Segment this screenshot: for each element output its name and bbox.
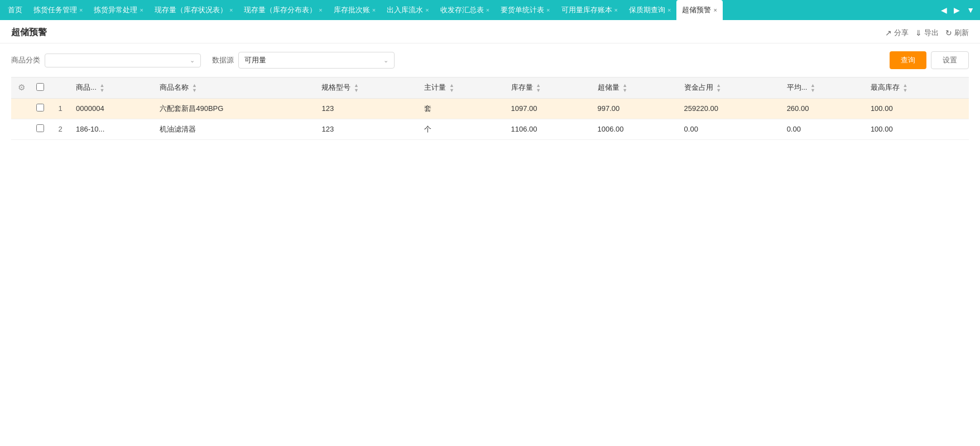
nav-item-overstock[interactable]: 超储预警 × <box>676 0 722 20</box>
row-max: 100.00 <box>866 98 969 119</box>
row-stock: 1106.00 <box>507 119 593 139</box>
select-all-checkbox[interactable] <box>36 83 44 91</box>
row-settings-cell <box>11 119 31 139</box>
row-unit: 个 <box>420 119 506 139</box>
close-icon[interactable]: × <box>319 7 322 13</box>
table-header-row: ⚙ 商品... ▲▼ 商品名称 ▲▼ 规格型号 ▲▼ <box>11 77 969 99</box>
close-icon[interactable]: × <box>614 7 618 13</box>
row-name: 六配套新昌490BPG <box>155 98 317 119</box>
export-button[interactable]: ⇓ 导出 <box>915 28 939 38</box>
nav-item-stock-dist[interactable]: 现存量（库存分布表） × <box>238 0 328 20</box>
row-settings-cell <box>11 98 31 119</box>
refresh-icon: ↻ <box>945 28 952 37</box>
row-avg: 260.00 <box>782 98 866 119</box>
chevron-down-icon: ⌄ <box>383 57 388 64</box>
nav-item-home[interactable]: 首页 <box>2 0 28 20</box>
sort-icon: ▲▼ <box>810 83 815 93</box>
share-button[interactable]: ↗ 分享 <box>885 28 909 38</box>
commodity-category-label: 商品分类 <box>11 55 40 65</box>
row-code: 186-10... <box>71 119 155 139</box>
row-capital: 259220.00 <box>680 98 782 119</box>
close-icon[interactable]: × <box>372 7 376 13</box>
top-nav: 首页 拣货任务管理 × 拣货异常处理 × 现存量（库存状况表） × 现存量（库存… <box>0 0 980 20</box>
datasource-filter-group: 数据源 可用量 ⌄ <box>212 52 395 69</box>
col-avg[interactable]: 平均... ▲▼ <box>782 77 866 99</box>
col-code[interactable]: 商品... ▲▼ <box>71 77 155 99</box>
close-icon[interactable]: × <box>546 7 550 13</box>
row-checkbox[interactable] <box>36 124 44 132</box>
table-container: ⚙ 商品... ▲▼ 商品名称 ▲▼ 规格型号 ▲▼ <box>0 77 980 140</box>
sort-icon: ▲▼ <box>354 83 359 93</box>
export-icon: ⇓ <box>915 28 922 37</box>
settings-button[interactable]: 设置 <box>931 51 969 69</box>
close-icon[interactable]: × <box>667 7 671 13</box>
nav-item-summary[interactable]: 收发存汇总表 × <box>435 0 495 20</box>
page-header: 超储预警 ↗ 分享 ⇓ 导出 ↻ 刷新 <box>0 20 980 43</box>
nav-item-available[interactable]: 可用量库存账本 × <box>556 0 623 20</box>
table-row: 1 0000004 六配套新昌490BPG 123 套 1097.00 997.… <box>11 98 969 119</box>
sort-icon: ▲▼ <box>536 83 541 93</box>
close-icon[interactable]: × <box>140 7 143 13</box>
close-icon[interactable]: × <box>425 7 429 13</box>
row-unit: 套 <box>420 98 506 119</box>
commodity-category-select[interactable]: ⌄ <box>45 54 201 67</box>
sort-icon: ▲▼ <box>99 83 104 93</box>
nav-item-requisition[interactable]: 要货单统计表 × <box>495 0 555 20</box>
row-number: 2 <box>49 119 71 139</box>
nav-item-inout[interactable]: 出入库流水 × <box>381 0 434 20</box>
col-capital[interactable]: 资金占用 ▲▼ <box>680 77 782 99</box>
page-title: 超储预警 <box>11 27 47 38</box>
sort-icon: ▲▼ <box>622 83 627 93</box>
chevron-down-icon: ⌄ <box>190 57 195 64</box>
row-code: 0000004 <box>71 98 155 119</box>
nav-menu-button[interactable]: ▼ <box>963 0 978 20</box>
col-settings: ⚙ <box>11 77 31 99</box>
filter-bar: 商品分类 ⌄ 数据源 可用量 ⌄ 查询 设置 <box>0 43 980 77</box>
datasource-select[interactable]: 可用量 ⌄ <box>238 52 395 69</box>
col-name[interactable]: 商品名称 ▲▼ <box>155 77 317 99</box>
close-icon[interactable]: × <box>713 7 717 13</box>
filter-actions: 查询 设置 <box>890 51 969 69</box>
row-capital: 0.00 <box>680 119 782 139</box>
col-spec[interactable]: 规格型号 ▲▼ <box>317 77 420 99</box>
row-spec: 123 <box>317 119 420 139</box>
sort-icon: ▲▼ <box>192 83 197 93</box>
refresh-button[interactable]: ↻ 刷新 <box>945 28 969 38</box>
nav-prev-button[interactable]: ◀ <box>938 0 950 20</box>
row-stock: 1097.00 <box>507 98 593 119</box>
sort-icon: ▲▼ <box>449 83 454 93</box>
nav-arrows: ◀ ▶ ▼ <box>938 0 978 20</box>
nav-item-exception[interactable]: 拣货异常处理 × <box>88 0 148 20</box>
row-number: 1 <box>49 98 71 119</box>
row-checkbox[interactable] <box>36 104 44 112</box>
row-max: 100.00 <box>866 119 969 139</box>
row-avg: 0.00 <box>782 119 866 139</box>
nav-item-task[interactable]: 拣货任务管理 × <box>28 0 88 20</box>
col-checkbox <box>31 77 49 99</box>
nav-next-button[interactable]: ▶ <box>950 0 963 20</box>
col-stock[interactable]: 库存量 ▲▼ <box>507 77 593 99</box>
col-unit[interactable]: 主计量 ▲▼ <box>420 77 506 99</box>
gear-icon[interactable]: ⚙ <box>18 83 25 92</box>
row-checkbox-cell[interactable] <box>31 119 49 139</box>
row-name: 机油滤清器 <box>155 119 317 139</box>
table-row: 2 186-10... 机油滤清器 123 个 1106.00 1006.00 … <box>11 119 969 139</box>
row-spec: 123 <box>317 98 420 119</box>
query-button[interactable]: 查询 <box>890 51 926 69</box>
nav-item-batch[interactable]: 库存批次账 × <box>328 0 381 20</box>
close-icon[interactable]: × <box>79 7 83 13</box>
header-actions: ↗ 分享 ⇓ 导出 ↻ 刷新 <box>885 28 969 38</box>
close-icon[interactable]: × <box>229 7 233 13</box>
nav-item-stock-status[interactable]: 现存量（库存状况表） × <box>149 0 238 20</box>
close-icon[interactable]: × <box>486 7 489 13</box>
commodity-filter-group: 商品分类 ⌄ <box>11 54 201 67</box>
row-over: 997.00 <box>593 98 680 119</box>
col-over[interactable]: 超储量 ▲▼ <box>593 77 680 99</box>
col-max[interactable]: 最高库存 ▲▼ <box>866 77 969 99</box>
row-over: 1006.00 <box>593 119 680 139</box>
datasource-label: 数据源 <box>212 55 234 65</box>
nav-item-expiry[interactable]: 保质期查询 × <box>623 0 676 20</box>
sort-icon: ▲▼ <box>716 83 721 93</box>
overstock-table: ⚙ 商品... ▲▼ 商品名称 ▲▼ 规格型号 ▲▼ <box>11 77 969 140</box>
row-checkbox-cell[interactable] <box>31 98 49 119</box>
